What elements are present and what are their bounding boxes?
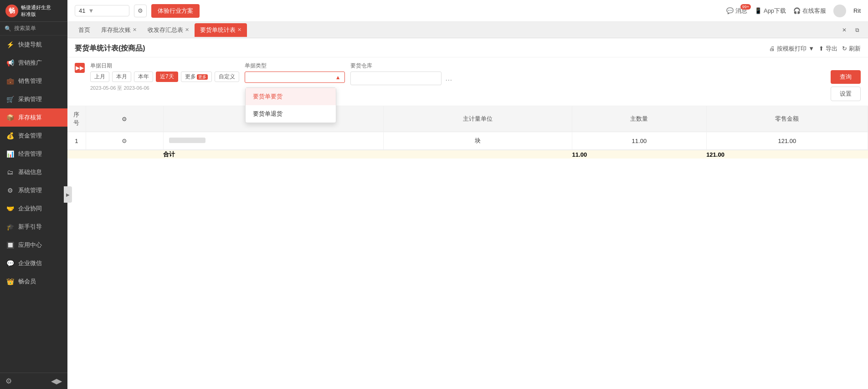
row-unit: 块: [383, 132, 572, 150]
tab-close-yaohuo-tong[interactable]: ✕: [237, 27, 241, 33]
type-filter-label: 单据类型: [245, 62, 345, 70]
search-icon: 🔍: [5, 26, 11, 32]
set-button[interactable]: 设置: [831, 87, 861, 101]
sidebar-item-jichu[interactable]: 🗂基础信息: [0, 163, 67, 181]
sidebar-icon-zijin: 💰: [5, 131, 15, 140]
tab-kucun-pi[interactable]: 库存批次账 ✕: [96, 23, 142, 37]
col-quantity: 主数量: [572, 106, 707, 132]
topbar: 41 ▼ ⚙ 体验行业方案 💬 消息 99+ 📱 App下载 🎧 在线客服 Ri…: [67, 0, 868, 22]
date-btn-geng_duo[interactable]: 更多更多: [181, 72, 212, 82]
col-no: 序号: [67, 106, 86, 132]
sidebar-icon-huiyuan: 👑: [5, 277, 15, 286]
table-container: 序号⚙商品主计量单位主数量零售金额 1 ⚙ 块 11.00 121.00 合计 …: [67, 106, 868, 389]
sidebar-item-wechat[interactable]: 💬企业微信: [0, 254, 67, 272]
dropdown-item-yaohuo_tui[interactable]: 要货单退货: [246, 105, 336, 123]
col-unit: 主计量单位: [383, 106, 572, 132]
sidebar-label-yingxiao: 营销推广: [18, 59, 42, 67]
date-filter-row: 上月本月本年近7天更多更多自定义: [90, 72, 239, 82]
col-amount: 零售金额: [706, 106, 868, 132]
data-table: 序号⚙商品主计量单位主数量零售金额 1 ⚙ 块 11.00 121.00 合计 …: [67, 106, 868, 159]
table-row: 1 ⚙ 块 11.00 121.00: [67, 132, 868, 150]
date-btn-ben_nian[interactable]: 本年: [134, 72, 153, 82]
date-btn-ziding[interactable]: 自定义: [215, 72, 239, 82]
topbar-left: 41 ▼ ⚙ 体验行业方案: [75, 4, 200, 18]
app-download-button[interactable]: 📱 App下载: [755, 7, 786, 15]
sidebar-item-jingying[interactable]: 📊经营管理: [0, 145, 67, 163]
sidebar-item-xitong[interactable]: ⚙系统管理: [0, 181, 67, 200]
sidebar-item-huiyuan[interactable]: 👑畅会员: [0, 272, 67, 291]
sidebar-item-xinshou[interactable]: 🎓新手引导: [0, 218, 67, 236]
messages-button[interactable]: 💬 消息 99+: [726, 7, 747, 15]
sidebar-label-xiaoshou: 销售管理: [18, 77, 42, 85]
row-settings[interactable]: ⚙: [86, 132, 163, 150]
tab-label-yaohuo-tong: 要货单统计表: [200, 26, 236, 34]
refresh-button[interactable]: ↻ 刷新: [842, 45, 861, 53]
sidebar-label-kucun: 库存核算: [18, 113, 42, 122]
tab-yaohuo-tong[interactable]: 要货单统计表 ✕: [195, 23, 247, 37]
sidebar-label-zijin: 资金管理: [18, 132, 42, 140]
sidebar: 畅 畅捷通好生意 标准版 🔍 搜索菜单 ⚡快捷导航📢营销推广💼销售管理🛒采购管理…: [0, 0, 67, 389]
collapse-icon[interactable]: ◀▶: [51, 377, 62, 385]
total-quantity: 11.00: [572, 150, 707, 159]
sidebar-icon-yingyong: 🔲: [5, 241, 15, 250]
table-body: 1 ⚙ 块 11.00 121.00: [67, 132, 868, 150]
export-button[interactable]: ⬆ 导出: [819, 45, 837, 53]
warehouse-select[interactable]: [350, 72, 442, 85]
sidebar-label-jingying: 经营管理: [18, 150, 42, 158]
sidebar-item-caigou[interactable]: 🛒采购管理: [0, 90, 67, 108]
tab-shoufa-hui[interactable]: 收发存汇总表 ✕: [142, 23, 195, 37]
total-label: 合计: [163, 150, 383, 159]
sidebar-icon-xiaoshou: 💼: [5, 77, 15, 86]
sidebar-item-kuaijie[interactable]: ⚡快捷导航: [0, 36, 67, 54]
sidebar-icon-xinshou: 🎓: [5, 222, 15, 231]
sidebar-icon-jingying: 📊: [5, 149, 15, 159]
type-select-input[interactable]: ▲: [245, 72, 345, 83]
sidebar-item-yingyong[interactable]: 🔲应用中心: [0, 236, 67, 254]
more-filter-button[interactable]: …: [443, 72, 454, 84]
row-no: 1: [67, 132, 86, 150]
sidebar-label-wechat: 企业微信: [18, 259, 42, 267]
tab-label-shoufa-hui: 收发存汇总表: [148, 26, 183, 34]
type-input-field[interactable]: [249, 74, 335, 81]
store-selector[interactable]: 41 ▼: [75, 5, 129, 16]
date-btn-shang[interactable]: 上月: [90, 72, 109, 82]
sidebar-item-kucun[interactable]: 📦库存核算: [0, 108, 67, 127]
gear-button[interactable]: ⚙: [134, 5, 147, 17]
support-button[interactable]: 🎧 在线客服: [793, 7, 826, 15]
sidebar-collapse-button[interactable]: ▶: [64, 186, 72, 203]
date-filter-label: 单据日期: [90, 62, 239, 70]
settings-bottom-icon[interactable]: ⚙: [5, 377, 12, 385]
sidebar-icon-kucun: 📦: [5, 113, 15, 122]
tab-home[interactable]: 首页: [73, 23, 96, 37]
refresh-icon: ↻: [842, 45, 847, 52]
date-btn-jin7[interactable]: 近7天: [156, 72, 178, 82]
page-content: 要货单统计表(按商品) 🖨 按模板打印 ▼ ⬆ 导出 ↻ 刷新 ▶▶: [67, 38, 868, 389]
sidebar-icon-wechat: 💬: [5, 259, 15, 268]
sidebar-item-xiaoshou[interactable]: 💼销售管理: [0, 72, 67, 90]
tab-window-expand[interactable]: ⧉: [852, 25, 863, 36]
type-dropdown-menu: 要货单要货要货单退货: [245, 87, 336, 123]
tab-close-all[interactable]: ✕: [839, 25, 850, 36]
col-settings: ⚙: [86, 106, 163, 132]
sidebar-label-caigou: 采购管理: [18, 95, 42, 103]
filter-expand-button[interactable]: ▶▶: [75, 63, 85, 73]
print-button[interactable]: 🖨 按模板打印 ▼: [769, 45, 814, 53]
sidebar-icon-jichu: 🗂: [5, 168, 15, 177]
sidebar-label-kuaijie: 快捷导航: [18, 41, 42, 49]
sidebar-item-yingxiao[interactable]: 📢营销推广: [0, 54, 67, 72]
sidebar-label-yingyong: 应用中心: [18, 241, 42, 249]
tab-close-kucun-pi[interactable]: ✕: [133, 27, 137, 33]
industry-button[interactable]: 体验行业方案: [151, 4, 200, 18]
tab-close-shoufa-hui[interactable]: ✕: [185, 27, 189, 33]
total-unit: [383, 150, 572, 159]
sidebar-search[interactable]: 🔍 搜索菜单: [0, 22, 67, 36]
dropdown-item-yaohuo_dan[interactable]: 要货单要货: [246, 88, 336, 105]
query-button[interactable]: 查询: [831, 70, 861, 84]
sidebar-label-xinshou: 新手引导: [18, 223, 42, 231]
sidebar-item-zijin[interactable]: 💰资金管理: [0, 127, 67, 145]
sidebar-item-qiye[interactable]: 🤝企业协同: [0, 200, 67, 218]
user-avatar[interactable]: [833, 5, 846, 17]
page-title: 要货单统计表(按商品): [75, 44, 145, 53]
date-range-display: 2023-05-06 至 2023-06-06: [90, 85, 239, 92]
date-btn-ben[interactable]: 本月: [112, 72, 131, 82]
